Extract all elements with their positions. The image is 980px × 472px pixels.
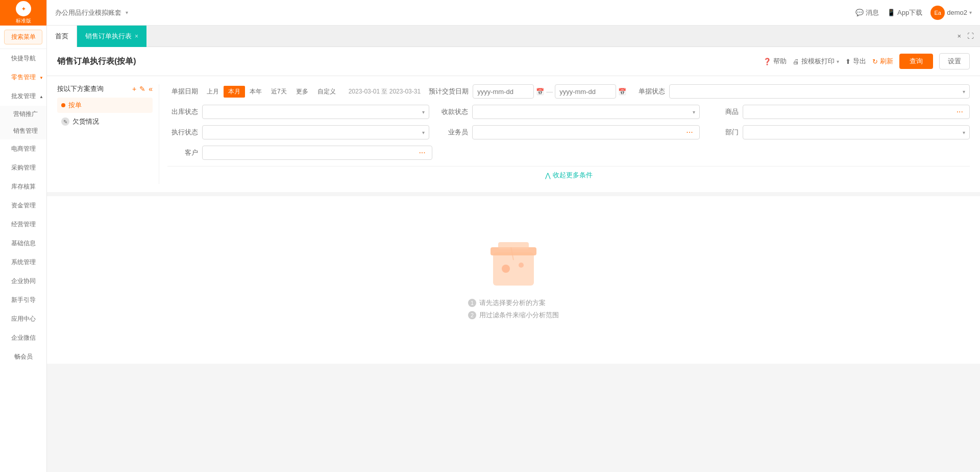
sidebar-item-system[interactable]: 系统管理	[0, 253, 46, 272]
main-area: 办公用品行业模拟账套 ▾ 💬 消息 📱 App下载 Ea demo2 ▾ 首	[47, 0, 980, 472]
refresh-label: 刷新	[880, 57, 893, 66]
goods-label: 商品	[708, 107, 739, 116]
sidebar-item-inventory[interactable]: 库存核算	[0, 177, 46, 196]
expected-date-end[interactable]	[555, 84, 616, 99]
status-chevron-icon: ▾	[963, 89, 965, 95]
filter-conditions: 单据日期 上月 本月 本年 近7天 更多 自定义 2023-03-01 至 20…	[159, 84, 970, 184]
date-tabs: 上月 本月 本年 近7天 更多 自定义	[202, 86, 340, 98]
salesman-input-area[interactable]: ···	[472, 125, 699, 139]
app-download-label: App下载	[897, 8, 922, 17]
exec-label: 执行状态	[167, 128, 198, 137]
search-menu-button[interactable]: 搜索菜单	[4, 30, 42, 44]
tab-sales-order[interactable]: 销售订单执行表 ×	[77, 26, 146, 47]
header-dropdown-arrow[interactable]: ▾	[126, 10, 128, 15]
filter-panel: 按以下方案查询 + ✎ « 按单 ✎ 欠货情况	[47, 76, 980, 192]
sidebar-sub-marketing[interactable]: 营销推广	[0, 106, 46, 123]
receipt-label: 收款状态	[437, 107, 468, 116]
sidebar-item-retail[interactable]: 零售管理	[0, 68, 46, 87]
tab-this-month[interactable]: 本月	[224, 86, 245, 98]
sidebar-sub-sales[interactable]: 销售管理	[0, 123, 46, 139]
tab-last-month[interactable]: 上月	[202, 86, 224, 98]
maximize-icon[interactable]: ⛶	[967, 32, 974, 40]
sidebar-item-member[interactable]: 畅会员	[0, 347, 46, 366]
filter-row-4: 客户 ···	[167, 146, 970, 160]
query-button[interactable]: 查询	[899, 54, 933, 69]
add-scheme-icon[interactable]: +	[132, 85, 136, 93]
page-actions: ❓ 帮助 🖨 按模板打印 ▾ ⬆ 导出 ↻ 刷新 查询 设置	[763, 53, 970, 69]
hint-1-text: 请先选择要分析的方案	[479, 298, 546, 308]
salesman-dots-icon[interactable]: ···	[684, 128, 695, 137]
refresh-button[interactable]: ↻ 刷新	[872, 57, 893, 66]
goods-input-area[interactable]: ···	[743, 105, 970, 119]
sidebar-item-appcenter[interactable]: 应用中心	[0, 310, 46, 328]
collapse-button[interactable]: ⋀ 收起更多条件	[167, 166, 970, 184]
tab-home[interactable]: 首页	[47, 26, 77, 47]
customer-dots-icon[interactable]: ···	[416, 148, 427, 157]
date-range-group: 📅 — 📅	[473, 84, 626, 99]
sidebar-item-purchase[interactable]: 采购管理	[0, 158, 46, 177]
tab-7days[interactable]: 近7天	[266, 86, 291, 98]
hint-2: 2 用过滤条件来缩小分析范围	[468, 311, 559, 320]
customer-input-area[interactable]: ···	[202, 146, 432, 160]
edit-scheme-icon[interactable]: ✎	[139, 85, 145, 93]
outstock-select[interactable]: ▾	[202, 105, 429, 119]
filter-scheme-header: 按以下方案查询 + ✎ «	[57, 84, 153, 93]
filter-row-2: 出库状态 ▾ 收款状态 ▾	[167, 105, 970, 119]
tab-custom[interactable]: 自定义	[313, 86, 340, 98]
user-profile[interactable]: Ea demo2 ▾	[930, 6, 972, 20]
calendar-icon-start[interactable]: 📅	[536, 88, 544, 96]
sidebar-item-newbie[interactable]: 新手引导	[0, 291, 46, 310]
hint-2-text: 用过滤条件来缩小分析范围	[479, 311, 559, 320]
sidebar-item-finance[interactable]: 资金管理	[0, 196, 46, 215]
status-select[interactable]: ▾	[669, 84, 970, 99]
filter-expected-date-item: 预计交货日期 📅 — 📅	[429, 84, 626, 99]
app-download-icon: 📱	[887, 9, 895, 16]
app-download-button[interactable]: 📱 App下载	[887, 8, 922, 17]
hint-2-num: 2	[468, 311, 476, 319]
print-button[interactable]: 🖨 按模板打印 ▾	[793, 57, 839, 66]
filter-row-3: 执行状态 ▾ 业务员 ···	[167, 125, 970, 139]
expected-date-start[interactable]	[473, 84, 534, 99]
filter-salesman-item: 业务员 ···	[437, 125, 699, 139]
sidebar-item-quick-nav[interactable]: 快捷导航	[0, 49, 46, 68]
receipt-select[interactable]: ▾	[472, 105, 699, 119]
outstock-label: 出库状态	[167, 107, 198, 116]
refresh-icon: ↻	[872, 58, 878, 65]
filter-exec-item: 执行状态 ▾	[167, 125, 429, 139]
scheme-item-欠货情况[interactable]: ✎ 欠货情况	[57, 114, 153, 129]
tab-this-year[interactable]: 本年	[245, 86, 266, 98]
tab-home-label: 首页	[55, 32, 68, 41]
export-button[interactable]: ⬆ 导出	[845, 57, 866, 66]
sidebar-item-ecommerce[interactable]: 电商管理	[0, 139, 46, 158]
tab-close-icon[interactable]: ×	[135, 33, 138, 40]
date-label: 单据日期	[167, 87, 198, 96]
message-button[interactable]: 💬 消息	[855, 8, 879, 17]
tab-more[interactable]: 更多	[291, 86, 313, 98]
sidebar-item-operation[interactable]: 经营管理	[0, 215, 46, 234]
filter-date-item: 单据日期 上月 本月 本年 近7天 更多 自定义 2023-03-01 至 20…	[167, 86, 421, 98]
message-label: 消息	[866, 8, 879, 17]
dept-select[interactable]: ▾	[743, 125, 970, 139]
filter-scheme-panel: 按以下方案查询 + ✎ « 按单 ✎ 欠货情况	[57, 84, 159, 184]
help-label: 帮助	[773, 57, 787, 66]
goods-dots-icon[interactable]: ···	[954, 107, 965, 116]
empty-hints: 1 请先选择要分析的方案 2 用过滤条件来缩小分析范围	[468, 298, 559, 323]
exec-select[interactable]: ▾	[202, 125, 429, 139]
close-window-icon[interactable]: ×	[957, 32, 961, 40]
status-label: 单据状态	[634, 87, 665, 96]
filter-receipt-item: 收款状态 ▾	[437, 105, 699, 119]
collapse-scheme-icon[interactable]: «	[149, 85, 153, 93]
header-actions: 💬 消息 📱 App下载 Ea demo2 ▾	[855, 6, 972, 20]
help-button[interactable]: ❓ 帮助	[763, 57, 787, 66]
sidebar-item-basic[interactable]: 基础信息	[0, 234, 46, 253]
sidebar-search-section: 搜索菜单	[0, 26, 46, 49]
scheme-item-按单[interactable]: 按单	[57, 98, 153, 113]
settings-button[interactable]: 设置	[939, 53, 970, 69]
sidebar-item-wechat[interactable]: 企业微信	[0, 328, 46, 347]
print-icon: 🖨	[793, 58, 799, 65]
hint-1: 1 请先选择要分析的方案	[468, 298, 559, 308]
sidebar-item-enterprise[interactable]: 企业协同	[0, 272, 46, 291]
calendar-icon-end[interactable]: 📅	[618, 88, 626, 96]
filter-goods-item: 商品 ···	[708, 105, 970, 119]
sidebar-item-wholesale[interactable]: 批发管理	[0, 87, 46, 106]
